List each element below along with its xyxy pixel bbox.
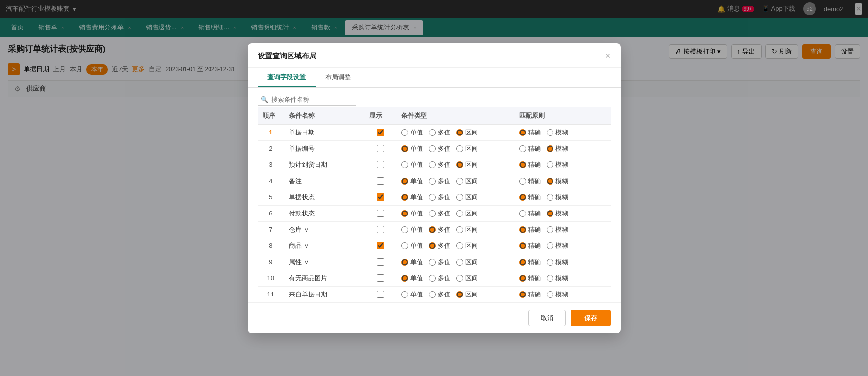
dialog-tab-layout[interactable]: 布局调整 [316,68,361,87]
type-radio[interactable] [401,194,408,201]
show-checkbox[interactable] [377,145,384,152]
match-radio-item[interactable]: 模糊 [547,274,568,283]
cancel-button[interactable]: 取消 [528,310,566,326]
type-radio-item[interactable]: 单值 [401,128,423,137]
type-radio[interactable] [401,291,408,298]
type-radio-item[interactable]: 区间 [456,258,478,267]
match-radio-item[interactable]: 精确 [519,209,541,218]
type-radio[interactable] [401,275,408,282]
type-radio[interactable] [456,275,463,282]
type-radio-item[interactable]: 单值 [401,290,423,299]
type-radio[interactable] [429,275,436,282]
match-radio-item[interactable]: 精确 [519,177,541,186]
show-checkbox[interactable] [377,291,384,298]
show-checkbox[interactable] [377,210,384,217]
type-radio[interactable] [456,145,463,152]
show-checkbox[interactable] [377,242,384,249]
match-radio-item[interactable]: 模糊 [547,144,568,153]
type-radio[interactable] [456,129,463,136]
type-radio-item[interactable]: 多值 [429,144,450,153]
match-radio-item[interactable]: 模糊 [547,290,568,299]
match-radio[interactable] [519,275,526,282]
match-radio[interactable] [519,194,526,201]
match-radio[interactable] [547,291,553,298]
type-radio[interactable] [401,242,408,249]
match-radio[interactable] [547,259,553,266]
match-radio-item[interactable]: 精确 [519,193,541,202]
type-radio-item[interactable]: 多值 [429,274,450,283]
type-radio-item[interactable]: 区间 [456,274,478,283]
type-radio[interactable] [429,194,436,201]
match-radio[interactable] [519,145,526,152]
type-radio[interactable] [401,178,408,185]
type-radio-item[interactable]: 单值 [401,193,423,202]
match-radio-item[interactable]: 精确 [519,274,541,283]
type-radio-item[interactable]: 单值 [401,144,423,153]
type-radio-item[interactable]: 区间 [456,209,478,218]
match-radio[interactable] [547,194,553,201]
type-radio[interactable] [456,210,463,217]
show-checkbox[interactable] [377,226,384,233]
type-radio-item[interactable]: 多值 [429,177,450,186]
type-radio-item[interactable]: 单值 [401,258,423,267]
match-radio[interactable] [547,210,553,217]
type-radio[interactable] [456,178,463,185]
type-radio-item[interactable]: 多值 [429,193,450,202]
type-radio[interactable] [456,226,463,233]
type-radio[interactable] [429,129,436,136]
match-radio-item[interactable]: 模糊 [547,128,568,137]
match-radio-item[interactable]: 精确 [519,258,541,267]
match-radio[interactable] [547,226,553,233]
type-radio-item[interactable]: 单值 [401,274,423,283]
match-radio[interactable] [519,259,526,266]
match-radio-item[interactable]: 精确 [519,128,541,137]
type-radio[interactable] [429,178,436,185]
type-radio[interactable] [456,259,463,266]
type-radio-item[interactable]: 区间 [456,177,478,186]
type-radio[interactable] [429,226,436,233]
match-radio[interactable] [519,226,526,233]
match-radio[interactable] [519,161,526,168]
type-radio[interactable] [456,194,463,201]
match-radio[interactable] [547,275,553,282]
save-button[interactable]: 保存 [571,310,611,326]
type-radio-item[interactable]: 多值 [429,242,450,250]
type-radio[interactable] [429,259,436,266]
type-radio[interactable] [429,145,436,152]
dialog-tab-query-fields[interactable]: 查询字段设置 [258,68,316,87]
type-radio-item[interactable]: 区间 [456,290,478,299]
match-radio-item[interactable]: 模糊 [547,209,568,218]
show-checkbox[interactable] [377,258,384,266]
type-radio-item[interactable]: 多值 [429,209,450,218]
match-radio-item[interactable]: 模糊 [547,242,568,250]
show-checkbox[interactable] [377,274,384,282]
show-checkbox[interactable] [377,193,384,201]
type-radio-item[interactable]: 单值 [401,225,423,234]
type-radio[interactable] [429,291,436,298]
type-radio[interactable] [401,129,408,136]
match-radio-item[interactable]: 模糊 [547,177,568,186]
type-radio-item[interactable]: 单值 [401,242,423,250]
match-radio-item[interactable]: 模糊 [547,258,568,267]
match-radio[interactable] [547,129,553,136]
type-radio-item[interactable]: 区间 [456,161,478,169]
type-radio-item[interactable]: 区间 [456,128,478,137]
type-radio[interactable] [401,210,408,217]
type-radio[interactable] [429,161,436,168]
type-radio-item[interactable]: 单值 [401,161,423,169]
type-radio-item[interactable]: 多值 [429,161,450,169]
match-radio-item[interactable]: 精确 [519,242,541,250]
match-radio[interactable] [547,178,553,185]
type-radio-item[interactable]: 区间 [456,225,478,234]
type-radio-item[interactable]: 区间 [456,193,478,202]
show-checkbox[interactable] [377,177,384,185]
match-radio[interactable] [547,242,553,249]
search-input[interactable] [271,96,350,103]
match-radio-item[interactable]: 模糊 [547,161,568,169]
type-radio[interactable] [401,259,408,266]
match-radio-item[interactable]: 精确 [519,144,541,153]
type-radio-item[interactable]: 区间 [456,242,478,250]
type-radio[interactable] [429,242,436,249]
match-radio[interactable] [519,178,526,185]
match-radio-item[interactable]: 模糊 [547,193,568,202]
